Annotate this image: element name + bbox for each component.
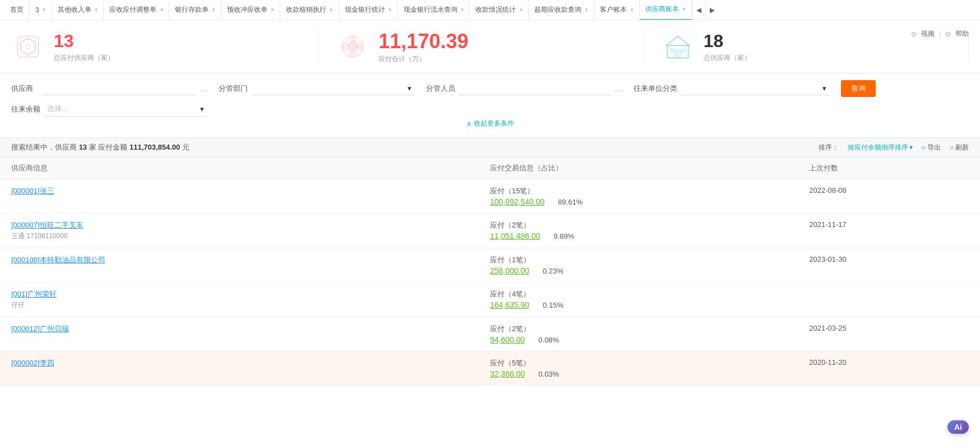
nav-tab-bank-deposit-label: 银行存款单 [175, 5, 209, 15]
supplier-info-5: [000012]广州贝瑞 [11, 324, 490, 334]
nav-tab-receipt-stat-label: 收款情况统计 [475, 5, 516, 15]
table-body: [000001]张三 应付（15笔） 100,092,540.00 89.61%… [0, 179, 980, 445]
nav-tab-bank-deposit[interactable]: 银行存款单 × [169, 0, 221, 20]
nav-tab-cash-bank-stat[interactable]: 现金银行统计 × [339, 0, 398, 20]
sort-select[interactable]: 按应付余额倒序排序 ▾ [848, 143, 913, 152]
collapse-button[interactable]: ∧ 收起更多条件 [11, 117, 969, 133]
person-label: 分管人员 [426, 84, 455, 94]
person-dots[interactable]: ... [615, 84, 622, 94]
supplier-info-4: [001]广州荣轩 仔仔 [11, 289, 490, 310]
nav-tab-bank-deposit-close[interactable]: × [212, 7, 215, 13]
nav-tab-other-income-close[interactable]: × [95, 7, 98, 13]
tx-percent-4: 0.15% [543, 301, 563, 309]
nav-tab-ar-ap-adjust-close[interactable]: × [160, 7, 163, 13]
supplier-dots[interactable]: ... [200, 84, 207, 94]
table-row: [001]广州荣轩 仔仔 应付（4笔） 164,635.90 0.15% [0, 282, 980, 317]
tx-amount-3[interactable]: 258,000.00 [490, 266, 529, 275]
separator: | [939, 30, 941, 38]
supplier-link-3[interactable]: [000100]本特勒油品有限公司 [11, 255, 490, 265]
nav-tab-prepay-ar[interactable]: 预收冲应收单 × [221, 0, 280, 20]
tx-amount-6[interactable]: 32,366.00 [490, 369, 525, 378]
last-pay-date-3: 2023-01-30 [809, 255, 847, 263]
svg-point-8 [348, 41, 358, 52]
payable-suppliers-label: 总应付供应商（家） [54, 53, 114, 63]
tx-row-2: 11,051,486.00 9.89% [490, 231, 809, 240]
export-button[interactable]: ○ 导出 [922, 143, 941, 152]
tx-amount-1[interactable]: 100,092,540.00 [490, 197, 544, 206]
ai-badge[interactable]: Ai [947, 420, 969, 434]
payable-total-text: 11,170.39 应付合计（万） [378, 29, 468, 64]
col-header-last-pay: 上次付数 [809, 163, 969, 173]
last-pay-5: 2021-03-25 [809, 324, 969, 332]
nav-tab-overdue-ar[interactable]: 超期应收款查询 × [529, 0, 594, 20]
nav-tab-receipt-stat[interactable]: 收款情况统计 × [470, 0, 529, 20]
supplier-link-5[interactable]: [000012]广州贝瑞 [11, 324, 490, 334]
nav-tab-3[interactable]: 3 × [30, 0, 52, 20]
nav-tab-ar-ap-adjust[interactable]: 应收应付调整单 × [104, 0, 169, 20]
filter-row-1: 供应商 ... 分管部门 ▾ 分管人员 ... 往来单位分类 ▾ 查询 [11, 80, 969, 97]
tx-amount-5[interactable]: 94,600.00 [490, 335, 525, 344]
top-nav: 首页 3 × 其他收入单 × 应收应付调整单 × 银行存款单 × 预收冲应收单 … [0, 0, 980, 20]
tx-amount-4[interactable]: 164,635.90 [490, 300, 529, 309]
category-select[interactable]: ▾ [681, 82, 830, 95]
collapse-icon: ∧ [466, 120, 471, 128]
nav-tab-supplier-ledger-label: 供应商账本 [645, 4, 679, 14]
supplier-link-2[interactable]: [000007]恒旺二手叉车 [11, 220, 490, 230]
supplier-link-6[interactable]: [000002]李四 [11, 358, 490, 368]
nav-tab-3-label: 3 [35, 6, 39, 14]
dept-select[interactable]: ▾ [251, 82, 415, 95]
supplier-link-4[interactable]: [001]广州荣轩 [11, 289, 490, 299]
person-input[interactable] [459, 82, 612, 95]
nav-tab-cash-flow[interactable]: 现金银行流水查询 × [398, 0, 470, 20]
nav-tab-3-close[interactable]: × [43, 7, 46, 13]
nav-tab-receipt-verify[interactable]: 收款核销执行 × [280, 0, 339, 20]
svg-rect-13 [681, 48, 686, 52]
supplier-info-6: [000002]李四 [11, 358, 490, 368]
collapse-label: 收起更多条件 [474, 119, 514, 128]
nav-tab-overdue-ar-close[interactable]: × [585, 7, 588, 13]
balance-chevron-icon: ▾ [200, 105, 204, 113]
nav-next-btn[interactable]: ▶ [705, 0, 719, 20]
supplier-input[interactable] [43, 82, 197, 95]
balance-select[interactable]: 选择... ▾ [44, 101, 207, 117]
export-label: 导出 [927, 143, 941, 152]
supplier-link-1[interactable]: [000001]张三 [11, 186, 490, 196]
refresh-button[interactable]: ○ 刷新 [950, 143, 969, 152]
nav-tab-customer-ledger-close[interactable]: × [630, 7, 634, 13]
nav-tab-prepay-ar-close[interactable]: × [271, 7, 274, 13]
payable-total-value: 11,170.39 [378, 29, 468, 53]
query-button[interactable]: 查询 [841, 80, 876, 97]
last-pay-date-1: 2022-08-08 [809, 186, 847, 194]
nav-tab-customer-ledger[interactable]: 客户账本 × [594, 0, 640, 20]
result-mid: 家 应付金额 [89, 143, 128, 151]
payable-suppliers-value: 13 [54, 30, 114, 52]
summary-header: ◇ 13 总应付供应商（家） 11,170.39 应付合计（万） [0, 20, 980, 73]
nav-tab-supplier-ledger-close[interactable]: × [682, 6, 686, 12]
nav-tab-receipt-stat-close[interactable]: × [519, 7, 523, 13]
result-suffix: 元 [182, 143, 189, 151]
sort-label: 排序： [819, 143, 839, 152]
filter-supplier: 供应商 ... [11, 82, 207, 95]
help-link[interactable]: 帮助 [955, 29, 969, 39]
supplier-info-3: [000100]本特勒油品有限公司 [11, 255, 490, 265]
table-container: 供应商信息 应付交易信息（占比） 上次付数 [000001]张三 应付（15笔）… [0, 157, 980, 445]
supplier-info-2: [000007]恒旺二手叉车 王通 17106110000 [11, 220, 490, 241]
tx-amount-2[interactable]: 11,051,486.00 [490, 231, 540, 240]
result-amount: 111,703,854.00 [130, 143, 180, 151]
nav-tab-cash-flow-close[interactable]: × [461, 7, 464, 13]
export-icon: ○ [922, 143, 926, 151]
nav-tab-receipt-verify-close[interactable]: × [330, 7, 333, 13]
nav-tab-home[interactable]: 首页 [4, 0, 30, 20]
tx-percent-6: 0.03% [538, 370, 559, 378]
nav-prev-btn[interactable]: ◀ [692, 0, 705, 20]
video-link[interactable]: 视频 [921, 29, 935, 39]
nav-tab-cash-flow-label: 现金银行流水查询 [404, 5, 457, 15]
total-suppliers-text: 18 总供应商（家） [704, 30, 751, 62]
filter-area: 供应商 ... 分管部门 ▾ 分管人员 ... 往来单位分类 ▾ 查询 [0, 73, 980, 138]
nav-tab-supplier-ledger[interactable]: 供应商账本 × [640, 0, 692, 20]
tx-percent-2: 9.89% [554, 232, 575, 240]
nav-tab-home-label: 首页 [10, 5, 24, 15]
nav-tab-other-income[interactable]: 其他收入单 × [52, 0, 104, 20]
supplier-label: 供应商 [11, 84, 39, 94]
nav-tab-cash-bank-stat-close[interactable]: × [389, 7, 392, 13]
